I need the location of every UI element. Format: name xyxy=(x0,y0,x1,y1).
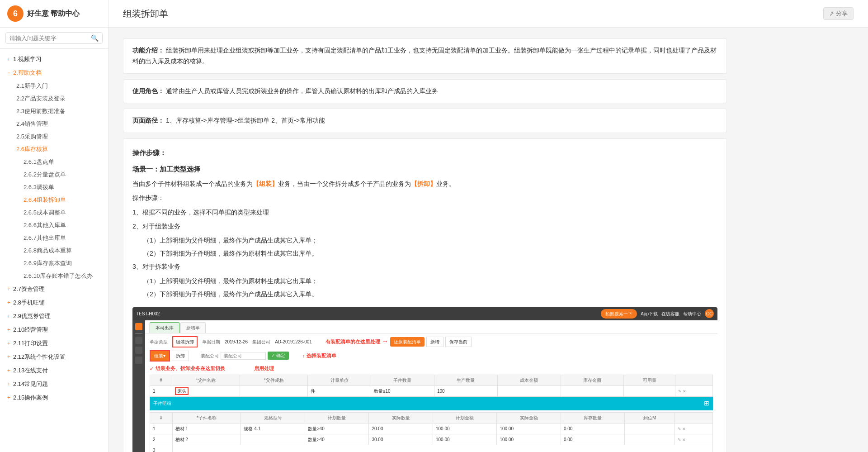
bth-actual-qty: 实际数量 xyxy=(369,412,433,423)
top-table: # *父件名称 *父件规格 计量单位 子件数量 生产数量 成本金额 库存金额 xyxy=(150,375,713,397)
btd-planqty1: 数量>40 xyxy=(305,423,368,434)
search-area: 🔍 xyxy=(0,28,108,49)
annotation4-text: 启用处理 xyxy=(254,364,274,373)
form-val3: AD-20191226-001 xyxy=(275,338,312,346)
steps-sub-label: 操作步骤： xyxy=(132,192,717,204)
plus-icon4: + xyxy=(7,313,10,319)
content-area: 功能介绍： 组装拆卸单用来处理企业组装或拆卸等加工业务，支持有固定装配清单的产品… xyxy=(108,28,741,452)
btd-seq1: 1 xyxy=(150,423,173,434)
mock-divider1 xyxy=(135,333,142,334)
btd-planamt1: 100.00 xyxy=(433,423,496,434)
sidebar-item-docs[interactable]: − 2.帮助文档 xyxy=(0,66,108,80)
btd-ops1-icons[interactable]: ✎ ✕ xyxy=(678,427,686,431)
sidebar-item-docs211[interactable]: + 2.11打印设置 xyxy=(0,337,108,350)
header-bar: 组装拆卸单 ↗ 分享 xyxy=(108,0,868,28)
mock-tab2[interactable]: 新增单 xyxy=(180,322,206,333)
btd-actamt1: 100.00 xyxy=(497,423,561,434)
sidebar-item-docs29[interactable]: + 2.9优惠券管理 xyxy=(0,309,108,323)
td-costamt1 xyxy=(497,385,561,396)
assemble-toggle[interactable]: 组装▾ xyxy=(150,350,170,362)
sub-form-label: 装配公司 xyxy=(201,352,219,360)
confirm-btn[interactable]: ✓ 确定 xyxy=(268,352,289,360)
th-avail-qty: 可用量 xyxy=(624,375,675,385)
sidebar-item-docs268[interactable]: 2.6.8商品成本重算 xyxy=(0,244,108,257)
sidebar-item-docs24[interactable]: 2.4销售管理 xyxy=(0,118,108,130)
btd-name1: 槽材 1 xyxy=(172,423,241,434)
restore-btn[interactable]: 还原装配清单 xyxy=(390,337,425,347)
mock-icon3 xyxy=(135,347,142,354)
mock-tabs: 本司出库 新增单 xyxy=(145,320,717,333)
assembly-toggle-area: 组装▾ 拆卸 xyxy=(150,350,189,362)
sidebar-item-docs210[interactable]: + 2.10经营管理 xyxy=(0,323,108,337)
screenshot-mock: TEST-H002 拍照搜索一下 App下载 在线客服 帮助中心 CC xyxy=(132,307,717,452)
sidebar-item-video[interactable]: + 1.视频学习 xyxy=(0,52,108,66)
sidebar-item-docs262[interactable]: 2.6.2分量盘点单 xyxy=(0,168,108,181)
mock-topbar-left: TEST-H002 xyxy=(136,310,160,318)
top-table-head: # *父件名称 *父件规格 计量单位 子件数量 生产数量 成本金额 库存金额 xyxy=(150,375,713,385)
form-label2: 单据日期 xyxy=(202,338,220,346)
form-label3: 集团公司 xyxy=(252,338,270,346)
bottom-table: # *子件名称 规格型号 计划数量 实际数量 计划金额 实际金额 库存数量 xyxy=(150,412,713,452)
main-content: 组装拆卸单 ↗ 分享 功能介绍： 组装拆卸单用来处理企业组装或拆卸等加工业务，支… xyxy=(108,0,868,452)
sidebar-item-docs23[interactable]: 2.3使用前数据准备 xyxy=(0,105,108,118)
th-parent-name: *父件名称 xyxy=(172,375,240,385)
sidebar-item-docs214[interactable]: + 2.14常见问题 xyxy=(0,377,108,391)
logo-icon: 6 xyxy=(7,5,24,22)
sidebar-item-docs263[interactable]: 2.6.3调拨单 xyxy=(0,181,108,194)
screenshot-wrapper: TEST-H002 拍照搜索一下 App下载 在线客服 帮助中心 CC xyxy=(132,307,717,452)
function-intro-block: 功能介绍： 组装拆卸单用来处理企业组装或拆卸等加工业务，支持有固定装配清单的产品… xyxy=(123,38,727,74)
bottom-table-head: # *子件名称 规格型号 计划数量 实际数量 计划金额 实际金额 库存数量 xyxy=(150,412,713,423)
top-table-body: 1 床头 件 数量≥10 100 xyxy=(150,385,713,396)
bth-plan-amt: 计划金额 xyxy=(433,412,496,423)
mock-topbar-pill: 拍照搜索一下 xyxy=(601,309,637,319)
mock-user-avatar: CC xyxy=(705,309,714,318)
plus-icon10: + xyxy=(7,395,10,401)
td-prodqty1: 100 xyxy=(434,385,497,396)
sidebar-label-docs: 2.帮助文档 xyxy=(13,69,42,77)
sidebar-item-docs261[interactable]: 2.6.1盘点单 xyxy=(0,156,108,168)
sidebar-label-docs29: 2.9优惠券管理 xyxy=(13,312,51,320)
new-btn[interactable]: 新增 xyxy=(426,337,443,347)
save-btn[interactable]: 保存当前 xyxy=(445,337,472,347)
sidebar-item-docs21[interactable]: 2.1新手入门 xyxy=(0,80,108,92)
sidebar-item-docs213[interactable]: + 2.13在线支付 xyxy=(0,364,108,377)
share-icon: ↗ xyxy=(829,10,834,17)
td-ops1: ✎ ✕ xyxy=(675,385,712,396)
sidebar-item-docs267[interactable]: 2.6.7其他出库单 xyxy=(0,232,108,244)
btd-ops2-icons[interactable]: ✎ ✕ xyxy=(678,438,686,442)
sidebar-label-video: 1.视频学习 xyxy=(13,55,42,63)
bth-plan-qty: 计划数量 xyxy=(305,412,368,423)
ops-icons1[interactable]: ✎ ✕ xyxy=(678,389,687,394)
plus-icon7: + xyxy=(7,354,10,360)
sidebar-item-docs26[interactable]: 2.6库存核算 xyxy=(0,143,108,156)
mock-tab1[interactable]: 本司出库 xyxy=(150,322,179,333)
search-input[interactable] xyxy=(9,35,91,42)
sidebar-item-docs215[interactable]: + 2.15操作案例 xyxy=(0,391,108,404)
share-button[interactable]: ↗ 分享 xyxy=(823,7,854,20)
mock-form-row1: 单据类型 组装拆卸 单据日期 2019-12-26 集团公司 AD-201912… xyxy=(150,336,713,347)
sidebar-item-docs264[interactable]: 2.6.4组装拆卸单 xyxy=(0,194,108,206)
th-prod-qty: 生产数量 xyxy=(434,375,497,385)
search-icon[interactable]: 🔍 xyxy=(91,34,99,42)
arrow-icon1: → xyxy=(382,336,388,347)
disassemble-toggle[interactable]: 拆卸 xyxy=(172,351,189,361)
sidebar-item-docs28[interactable]: + 2.8手机旺铺 xyxy=(0,296,108,309)
expand-icon[interactable]: ⊞ xyxy=(704,398,709,409)
sub-company-input[interactable] xyxy=(221,352,266,360)
form-type-dropdown[interactable]: 组装拆卸 xyxy=(172,336,198,347)
plus-icon3: + xyxy=(7,300,10,306)
path-label: 页面路径： xyxy=(132,117,164,124)
sidebar-item-docs22[interactable]: 2.2产品安装及登录 xyxy=(0,92,108,105)
bth-actual-amt: 实际金额 xyxy=(497,412,561,423)
sidebar-item-docs25[interactable]: 2.5采购管理 xyxy=(0,130,108,143)
btd-name2: 槽材 2 xyxy=(172,434,241,445)
sidebar-item-docs266[interactable]: 2.6.6其他入库单 xyxy=(0,219,108,232)
sidebar-item-docs212[interactable]: + 2.12系统个性化设置 xyxy=(0,350,108,364)
step3-2-text: （2）下部明细为子件明细，最终作为产成品生成其它入库单。 xyxy=(132,289,717,300)
plus-icon6: + xyxy=(7,340,10,347)
sidebar-item-docs265[interactable]: 2.6.5成本调整单 xyxy=(0,206,108,219)
sidebar-item-docs2610[interactable]: 2.6.10库存账本错了怎么办 xyxy=(0,270,108,282)
sidebar-item-docs269[interactable]: 2.6.9库存账本查询 xyxy=(0,257,108,270)
sidebar-item-docs27[interactable]: + 2.7资金管理 xyxy=(0,282,108,296)
bth-ops xyxy=(675,412,712,423)
